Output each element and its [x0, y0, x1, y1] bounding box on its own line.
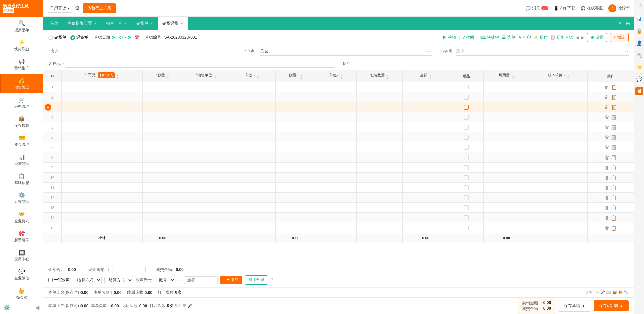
- sidebar-item-guide[interactable]: 🎯 新手引导: [0, 227, 43, 246]
- sidebar-item-quicknav[interactable]: ⚡ 快捷导航: [0, 36, 43, 55]
- logistics-btn[interactable]: + 物流: [610, 33, 629, 42]
- row-qty2-3[interactable]: [275, 102, 316, 112]
- gift-checkbox-8[interactable]: [464, 155, 469, 160]
- sidebar-item-wxwork[interactable]: 💬 企业微信: [0, 265, 43, 284]
- sidebar-item-finance[interactable]: 💳 资金管理: [0, 131, 43, 150]
- tab-sales-close[interactable]: ✕: [150, 22, 153, 25]
- delete-row-12-btn[interactable]: 🗑: [604, 194, 610, 201]
- right-panel-user-icon[interactable]: 👤: [635, 39, 643, 47]
- discount-input[interactable]: [112, 266, 146, 273]
- right-panel-clip-icon[interactable]: 📎: [635, 51, 643, 59]
- sidebar-settings-icon[interactable]: ⚙️: [3, 304, 10, 311]
- row-gift-1[interactable]: [449, 82, 483, 92]
- row-amount-1[interactable]: [402, 82, 449, 92]
- row-amount-2[interactable]: [402, 92, 449, 102]
- payment-checkbox-input[interactable]: [48, 278, 53, 282]
- gift-checkbox-6[interactable]: [464, 135, 469, 140]
- delete-row-5-btn[interactable]: 🗑: [604, 124, 610, 131]
- delete-row-7-btn[interactable]: 🗑: [604, 144, 610, 151]
- copy-row-10-btn[interactable]: 📋: [610, 174, 617, 181]
- copy-row-12-btn[interactable]: 📋: [610, 194, 617, 201]
- next-doc-btn[interactable]: ▶: [581, 35, 584, 40]
- gift-checkbox-5[interactable]: [464, 125, 469, 130]
- delete-row-14-btn[interactable]: 🗑: [604, 214, 610, 221]
- gift-checkbox-9[interactable]: [464, 165, 469, 170]
- delete-row-2-btn[interactable]: 🗑: [604, 94, 610, 101]
- gift-checkbox-14[interactable]: [464, 215, 469, 220]
- product-input-3[interactable]: [63, 105, 141, 110]
- sidebar-item-collab[interactable]: 🤝 企业协同: [0, 208, 43, 227]
- sidebar-item-purchase[interactable]: 🛒 采购管理: [0, 93, 43, 112]
- gift-checkbox-7[interactable]: [464, 145, 469, 150]
- delete-row-4-btn[interactable]: 🗑: [604, 114, 610, 121]
- right-panel-chat-icon[interactable]: 💬: [635, 75, 643, 83]
- tab-sales[interactable]: 销货单 ✕: [131, 17, 158, 30]
- payment-amount-input[interactable]: [184, 276, 218, 284]
- address-input[interactable]: ···: [66, 60, 334, 68]
- delete-row-3-btn[interactable]: 🗑: [604, 104, 610, 111]
- fee-split-btn[interactable]: 费用分摊: [245, 275, 268, 285]
- sidebar-item-operations[interactable]: 📊 经营管理: [0, 150, 43, 170]
- one-click-payment-checkbox[interactable]: 一键收款: [48, 277, 70, 283]
- settings-btn[interactable]: ⚙ 设置: [587, 33, 607, 42]
- row-product-1[interactable]: [62, 82, 143, 92]
- row-unit-1[interactable]: [183, 82, 229, 92]
- row-price-1[interactable]: [229, 82, 275, 92]
- row-unit2-2[interactable]: [316, 92, 357, 102]
- copy-row-11-btn[interactable]: 📋: [610, 184, 617, 191]
- delete-row-9-btn[interactable]: 🗑: [604, 164, 610, 171]
- sidebar-item-marketing[interactable]: 📢 营销推广: [0, 55, 43, 74]
- right-panel-active-icon[interactable]: 📋: [635, 87, 643, 95]
- tab-home[interactable]: 首页: [46, 17, 63, 30]
- row-unit2-1[interactable]: [316, 82, 357, 92]
- add-row-btn[interactable]: +: [45, 104, 51, 111]
- row-avail-2[interactable]: [483, 92, 530, 102]
- gift-checkbox-12[interactable]: [464, 195, 469, 200]
- save-draft-btn[interactable]: 保存草稿 ▲: [558, 300, 591, 312]
- customer-input[interactable]: ···: [64, 48, 236, 55]
- calendar-icon[interactable]: 📅: [135, 35, 140, 40]
- account-select[interactable]: 账号: [155, 276, 175, 284]
- tab-sales-return[interactable]: 销货退货 ✕: [158, 17, 188, 30]
- right-panel-star-icon[interactable]: ⭐: [635, 63, 643, 71]
- right-panel-data-icon[interactable]: 📊: [635, 15, 643, 23]
- tab-sales-order[interactable]: 销售订单 ✕: [101, 17, 131, 30]
- tab-price-settings-close[interactable]: ✕: [94, 22, 97, 25]
- th-settings[interactable]: ⚙: [43, 70, 62, 82]
- sidebar-item-system[interactable]: ⚙️ 系统管理: [0, 189, 43, 208]
- gift-checkbox-2[interactable]: [464, 95, 469, 100]
- tab-layout-btn[interactable]: ⊞: [625, 19, 631, 27]
- operations-link[interactable]: ⚡ 操作: [534, 35, 548, 40]
- select-link[interactable]: ☰ 选单: [502, 35, 515, 40]
- shortcuts-link[interactable]: ⌨ 快捷键: [480, 35, 499, 40]
- gift-checkbox-13[interactable]: [464, 205, 469, 210]
- row-qty2-2[interactable]: [275, 92, 316, 102]
- copy-row-13-btn[interactable]: 📋: [610, 204, 617, 211]
- row-unit-2[interactable]: [183, 92, 229, 102]
- scan-input-btn[interactable]: 扫码录入: [98, 72, 115, 78]
- tab-price-settings[interactable]: 售价提取设置 ✕: [63, 17, 101, 30]
- copy-row-15-btn[interactable]: 📋: [610, 225, 617, 231]
- delete-row-15-btn[interactable]: 🗑: [604, 225, 610, 231]
- settlement-method-select[interactable]: 结算方式: [73, 276, 102, 284]
- category-select[interactable]: 日用百货 ▾: [47, 4, 72, 13]
- help-link[interactable]: ? 帮助: [463, 35, 474, 40]
- user-item[interactable]: 人 徐泽华: [608, 4, 630, 12]
- copy-row-1-btn[interactable]: 📋: [611, 84, 618, 90]
- tab-sales-return-close[interactable]: ✕: [180, 22, 183, 25]
- tab-sales-order-close[interactable]: ✕: [124, 22, 127, 25]
- sidebar-item-member[interactable]: 👑 畅会员: [0, 284, 43, 301]
- row-pkg-1[interactable]: [356, 82, 402, 92]
- copy-row-3-btn[interactable]: 📋: [611, 104, 618, 111]
- row-qty-1[interactable]: [143, 82, 183, 92]
- warehouse-input[interactable]: 总仓 ···: [260, 47, 433, 56]
- gift-checkbox-15[interactable]: [464, 226, 469, 230]
- row-qty-3[interactable]: [143, 102, 183, 112]
- right-panel-form-icon[interactable]: 📄: [635, 3, 643, 11]
- sidebar-item-sales[interactable]: 💰 销售管理: [0, 74, 43, 93]
- save-new-btn[interactable]: 保存&新增 ▲: [594, 300, 629, 311]
- sidebar-item-basic[interactable]: 📋 基础信息: [0, 170, 43, 189]
- row-avail-1[interactable]: [483, 82, 530, 92]
- copy-row-14-btn[interactable]: 📋: [610, 214, 617, 221]
- notification-item[interactable]: 💬 消息 70: [526, 5, 548, 11]
